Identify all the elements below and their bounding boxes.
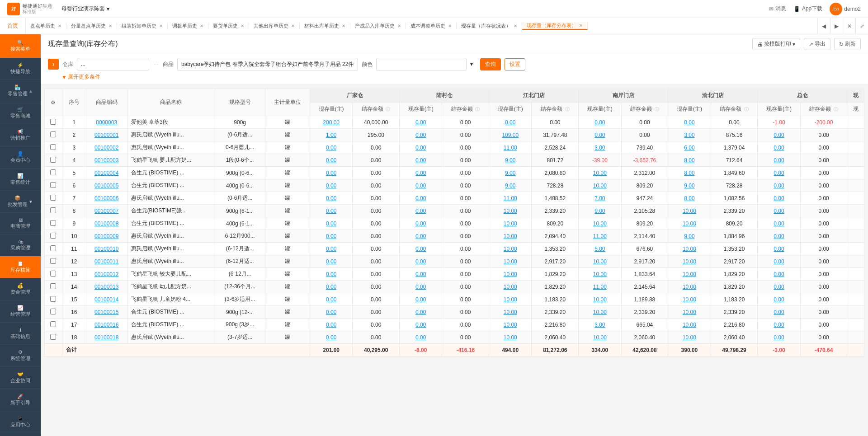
app-download-btn[interactable]: 📱 App下载	[793, 5, 822, 13]
sidebar-item-quick-nav[interactable]: ⚡ 快捷导航	[0, 58, 41, 80]
col-settings[interactable]: ⚙	[45, 89, 62, 116]
cell-checkbox[interactable]	[45, 255, 62, 268]
filter-toggle-btn[interactable]: ›	[48, 59, 59, 70]
sidebar-item-retail-mgmt[interactable]: 🏪 零售管理 ▲	[0, 80, 41, 102]
cell-checkbox[interactable]	[45, 230, 62, 243]
tab-zuzhuang[interactable]: 组装拆卸单历史 ✕	[117, 23, 168, 29]
cell-checkbox[interactable]	[45, 129, 62, 141]
print-btn[interactable]: 🖨 按模版打印 ▾	[752, 38, 800, 50]
close-icon[interactable]: ✕	[200, 23, 203, 28]
settings-btn[interactable]: 设置	[505, 58, 525, 70]
col-nanan-header: 南岸门店	[579, 89, 668, 103]
cell-checkbox[interactable]	[45, 217, 62, 230]
close-icon[interactable]: ✕	[58, 23, 61, 28]
cell-checkbox[interactable]	[45, 167, 62, 179]
cell-total-stock: 0.00	[758, 179, 800, 192]
tab-yaohuo[interactable]: 要货单历史 ✕	[208, 23, 249, 29]
cell-checkbox[interactable]	[45, 243, 62, 255]
industry-dropdown[interactable]: 母婴行业演示陈套 ▾	[61, 5, 109, 13]
nav-tabs: 首页 盘点单历史 ✕ 分量盘点单历史 ✕ 组装拆卸单历史 ✕ 调拨单历史 ✕ 要…	[0, 18, 868, 34]
sidebar-item-basic-info[interactable]: ℹ 基础信息	[0, 323, 41, 345]
cell-checkbox[interactable]	[45, 293, 62, 306]
cell-land-amount: 0.00	[442, 129, 489, 141]
close-icon[interactable]: ✕	[108, 23, 112, 28]
tab-home[interactable]: 首页	[0, 18, 26, 34]
cell-checkbox[interactable]	[45, 141, 62, 154]
cell-checkbox[interactable]	[45, 179, 62, 192]
cell-name: 合生元 (BIOSTIME) ...	[127, 167, 215, 179]
cell-jiangbei-stock: 9.00	[489, 167, 532, 179]
export-btn[interactable]: ↗ 导出	[804, 38, 830, 50]
cell-checkbox[interactable]	[45, 154, 62, 167]
sidebar-item-guide[interactable]: 🚀 新手引导	[0, 389, 41, 411]
cell-no: 17	[62, 319, 86, 331]
tab-cailiaochuku[interactable]: 材料出库单历史 ✕	[300, 23, 350, 29]
cell-yuanbei-stock: 10.00	[668, 268, 711, 281]
nav-expand-btn[interactable]: ⤢	[855, 18, 868, 34]
cell-nanan-amount: 2,339.20	[621, 306, 668, 319]
sidebar-item-finance[interactable]: 💰 资金管理	[0, 278, 41, 300]
cell-checkbox[interactable]	[45, 319, 62, 331]
sidebar-item-inventory[interactable]: 📋 库存核算	[0, 256, 41, 278]
sidebar-item-operations[interactable]: 📈 经营管理	[0, 300, 41, 323]
sidebar-item-member[interactable]: 👤 会员中心	[0, 146, 41, 169]
query-btn[interactable]: 查询	[480, 58, 501, 70]
col-code-header: 商品编码	[86, 89, 127, 116]
cell-code: 00100008	[86, 217, 127, 230]
color-input[interactable]	[376, 58, 467, 70]
close-icon[interactable]: ✕	[579, 23, 583, 28]
tab-qitachuku[interactable]: 其他出库单历史 ✕	[249, 23, 300, 29]
sidebar-item-wechat[interactable]: 💬 企业微信	[0, 433, 41, 436]
sidebar-item-ecommerce[interactable]: 🖥 电商管理	[0, 213, 41, 234]
cell-checkbox[interactable]	[45, 268, 62, 281]
expand-conditions-btn[interactable]: ▼ 展开更多条件	[61, 73, 861, 81]
cell-checkbox[interactable]	[45, 306, 62, 319]
warehouse-input[interactable]	[77, 58, 149, 70]
refresh-btn[interactable]: ↻ 刷新	[834, 38, 861, 50]
sidebar-item-wholesale[interactable]: 📦 批发管理 ▼	[0, 191, 41, 213]
user-profile[interactable]: Ea demo2	[830, 3, 861, 15]
cell-checkbox[interactable]	[45, 281, 62, 293]
sidebar-item-app-center[interactable]: 📱 应用中心	[0, 411, 41, 433]
tab-chengpinruku[interactable]: 产成品入库单历史 ✕	[350, 23, 406, 29]
sidebar-item-marketing[interactable]: 📢 营销推广	[0, 124, 41, 146]
sidebar-item-search[interactable]: 🔍 搜索英单	[0, 34, 41, 58]
tab-xiancunzhuang[interactable]: 现存量（库存状况表）✕	[457, 23, 522, 29]
tab-chenbenjiaozheng[interactable]: 成本调整单历史 ✕	[406, 23, 457, 29]
cell-nanan-stock: 3.00	[579, 319, 621, 331]
close-icon[interactable]: ✕	[291, 23, 295, 28]
cell-land-stock: 0.00	[400, 192, 442, 205]
goods-input[interactable]	[177, 58, 358, 70]
cell-name: 合生元 (BIOSTIME) ...	[127, 217, 215, 230]
cell-checkbox[interactable]	[45, 331, 62, 344]
cell-no: 16	[62, 306, 86, 319]
tab-pandian[interactable]: 盘点单历史 ✕	[26, 23, 66, 29]
close-icon[interactable]: ✕	[342, 23, 345, 28]
close-icon[interactable]: ✕	[514, 23, 517, 28]
cell-jiangbei-amount: 2,339.20	[532, 205, 579, 217]
cell-total-amount: 0.00	[800, 255, 847, 268]
close-icon[interactable]: ✕	[448, 23, 452, 28]
sidebar-item-enterprise[interactable]: 🤝 企业协同	[0, 367, 41, 389]
close-icon[interactable]: ✕	[397, 23, 401, 28]
tab-diaobo[interactable]: 调拨单历史 ✕	[168, 23, 208, 29]
sidebar-item-system[interactable]: ⚙ 系统管理	[0, 345, 41, 367]
sidebar-item-purchase[interactable]: 🛍 采购管理	[0, 234, 41, 256]
settings-icon[interactable]: ⚙	[51, 99, 56, 106]
close-icon[interactable]: ✕	[159, 23, 163, 28]
cell-nanan-stock: 3.00	[579, 141, 621, 154]
sidebar-item-retail-store[interactable]: 🛒 零售商城	[0, 102, 41, 124]
operations-icon: 📈	[2, 305, 39, 311]
tab-fenpandian[interactable]: 分量盘点单历史 ✕	[66, 23, 117, 29]
nav-prev-arrow[interactable]: ◀	[817, 18, 830, 34]
cell-checkbox[interactable]	[45, 116, 62, 129]
nav-close-all-btn[interactable]: ✕	[843, 18, 855, 34]
messages-btn[interactable]: ✉ 消息	[769, 5, 786, 13]
cell-jiangbei-stock: 10.00	[489, 281, 532, 293]
tab-xiancunfenbu[interactable]: 现存量（库存分布表）✕	[522, 22, 588, 30]
close-icon[interactable]: ✕	[241, 23, 244, 28]
sidebar-item-retail-stats[interactable]: 📊 零售统计	[0, 169, 41, 191]
cell-checkbox[interactable]	[45, 192, 62, 205]
cell-checkbox[interactable]	[45, 205, 62, 217]
nav-next-arrow[interactable]: ▶	[830, 18, 843, 34]
